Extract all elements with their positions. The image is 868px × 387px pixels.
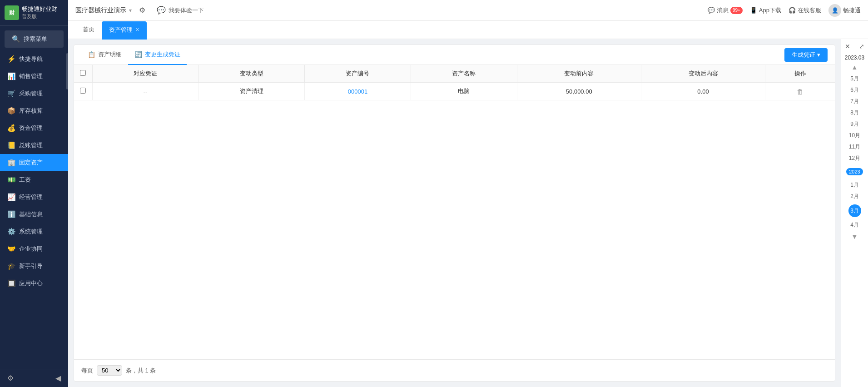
sidebar-item-quick-nav[interactable]: ⚡ 快捷导航 [0,50,68,68]
main-content: 医疗器械行业演示 ▾ ⚙ 💬 我要体验一下 💬 消息 99+ 📱 App下载 🎧… [68,0,868,387]
col-header-after-change: 变动后内容 [641,65,765,83]
timeline-year-2023[interactable]: 2023 [846,168,863,175]
timeline-current-month[interactable]: 3月 [848,204,861,217]
right-panel-expand-icon[interactable]: ⤢ [859,43,864,50]
content-panel: 📋 资产明细 🔄 变更生成凭证 生成凭证 ▾ [74,45,835,382]
sidebar-item-enterprise[interactable]: 🤝 企业协同 [0,240,68,258]
row-checkbox[interactable] [80,88,86,94]
generate-voucher-button[interactable]: 生成凭证 ▾ [784,48,828,62]
tab-close-icon[interactable]: ✕ [135,27,139,33]
finance-icon: 💰 [7,124,15,132]
asset-detail-icon: 📋 [88,51,95,58]
purchase-icon: 🛒 [7,89,15,98]
timeline-month-4[interactable]: 4月 [841,220,868,230]
tab-home[interactable]: 首页 [75,21,102,39]
sub-tab-change-voucher[interactable]: 🔄 变更生成凭证 [128,45,187,65]
timeline-month-7[interactable]: 7月 [841,96,868,107]
col-header-change-type: 变动类型 [198,65,305,83]
col-header-before-change: 变动前内容 [517,65,641,83]
customer-service-btn[interactable]: 🎧 在线客服 [789,6,821,15]
sub-tab-asset-detail[interactable]: 📋 资产明细 [81,45,128,65]
timeline-month-8[interactable]: 8月 [841,108,868,118]
sidebar-item-guide[interactable]: 🎓 新手引导 [0,258,68,275]
delete-row-button[interactable]: 🗑 [797,88,804,95]
app-center-icon: 🔲 [7,279,15,288]
timeline-month-10[interactable]: 10月 [841,130,868,141]
col-header-voucher: 对应凭证 [92,65,198,83]
timeline-month-2[interactable]: 2月 [841,191,868,202]
company-dropdown-arrow: ▾ [129,7,132,14]
basic-info-icon: ℹ️ [7,210,15,218]
sidebar-item-fixed-assets[interactable]: 🏢 固定资产 [0,154,68,171]
table-container: 对应凭证 变动类型 资产编号 资产名称 变动前内容 变动后内容 操作 [74,65,835,359]
cell-before-change: 50,000.00 [517,83,641,100]
ledger-icon: 📒 [7,141,15,149]
right-panel: ✕ ⤢ 2023.03 ▲ 5月 6月 7月 8月 9月 10月 11月 12月… [841,39,868,387]
inventory-icon: 📦 [7,107,15,115]
quick-nav-icon: ⚡ [7,55,15,63]
right-panel-close-icon[interactable]: ✕ [845,43,850,50]
row-checkbox-cell [74,83,92,100]
operations-icon: 📈 [7,193,15,201]
company-selector[interactable]: 医疗器械行业演示 ▾ [75,6,132,15]
page-area: 📋 资产明细 🔄 变更生成凭证 生成凭证 ▾ [68,39,868,387]
user-menu[interactable]: 👤 畅捷通 [828,4,861,17]
collapse-icon[interactable]: ◀ [55,374,61,382]
feedback-btn[interactable]: 💬 我要体验一下 [157,6,204,15]
payroll-icon: 💵 [7,176,15,184]
select-all-checkbox[interactable] [80,70,86,76]
sidebar-item-purchase[interactable]: 🛒 采购管理 [0,85,68,102]
timeline-month-12[interactable]: 12月 [841,153,868,164]
fixed-assets-icon: 🏢 [7,159,15,167]
page-size-prefix: 每页 [81,367,93,375]
sidebar-item-system[interactable]: ⚙️ 系统管理 [0,223,68,240]
asset-table: 对应凭证 变动类型 资产编号 资产名称 变动前内容 变动后内容 操作 [74,65,835,100]
sidebar-item-basic-info[interactable]: ℹ️ 基础信息 [0,206,68,223]
sidebar-item-app-center[interactable]: 🔲 应用中心 [0,275,68,292]
message-badge: 99+ [730,7,743,14]
page-size-select[interactable]: 50 10 20 100 [97,365,122,376]
total-count: 条，共 1 条 [126,367,156,375]
sidebar-item-finance[interactable]: 💰 资金管理 [0,119,68,137]
feedback-icon: 💬 [157,6,166,15]
sidebar: 财 畅捷通好业财 普及版 🔍 搜索菜单 ⚡ 快捷导航 📊 销售管理 🛒 采购管理… [0,0,68,387]
sidebar-item-sales[interactable]: 📊 销售管理 [0,68,68,85]
sidebar-logo-text: 畅捷通好业财 普及版 [22,5,57,20]
timeline-month-5[interactable]: 5月 [841,74,868,84]
message-btn[interactable]: 💬 消息 99+ [708,6,743,15]
search-icon: 🔍 [12,35,20,43]
app-logo-icon: 财 [5,5,19,20]
settings-gear-icon[interactable]: ⚙ [139,6,145,15]
system-icon: ⚙️ [7,228,15,236]
sidebar-item-operations[interactable]: 📈 经营管理 [0,189,68,206]
timeline-month-11[interactable]: 11月 [841,142,868,152]
change-voucher-icon: 🔄 [134,51,142,58]
cell-change-type: 资产清理 [198,83,305,100]
avatar: 👤 [828,4,841,17]
header-right: 💬 消息 99+ 📱 App下载 🎧 在线客服 👤 畅捷通 [708,4,861,17]
timeline-month-9[interactable]: 9月 [841,119,868,129]
timeline-up-icon[interactable]: ▲ [850,62,860,73]
settings-icon[interactable]: ⚙ [7,374,14,382]
timeline-down-icon[interactable]: ▼ [850,231,860,242]
header: 医疗器械行业演示 ▾ ⚙ 💬 我要体验一下 💬 消息 99+ 📱 App下载 🎧… [68,0,868,21]
table-row: -- 资产清理 000001 电脑 50,000.00 0.00 🗑 [74,83,835,100]
enterprise-icon: 🤝 [7,245,15,253]
cell-asset-code: 000001 [305,83,411,100]
sidebar-item-ledger[interactable]: 📒 总账管理 [0,137,68,154]
message-icon: 💬 [708,7,715,14]
cell-voucher: -- [92,83,198,100]
cell-after-change: 0.00 [641,83,765,100]
download-icon: 📱 [750,7,757,14]
col-header-asset-name: 资产名称 [411,65,517,83]
timeline-month-6[interactable]: 6月 [841,85,868,95]
tab-asset-mgmt[interactable]: 资产管理 ✕ [102,21,147,40]
timeline-top-date: 2023.03 [844,54,865,62]
col-header-checkbox [74,65,92,83]
sidebar-item-search[interactable]: 🔍 搜索菜单 [5,30,64,48]
sidebar-item-payroll[interactable]: 💵 工资 [0,171,68,189]
sales-icon: 📊 [7,72,15,80]
timeline-month-1[interactable]: 1月 [841,180,868,190]
app-download-btn[interactable]: 📱 App下载 [750,6,781,15]
sidebar-item-inventory[interactable]: 📦 库存核算 [0,102,68,119]
